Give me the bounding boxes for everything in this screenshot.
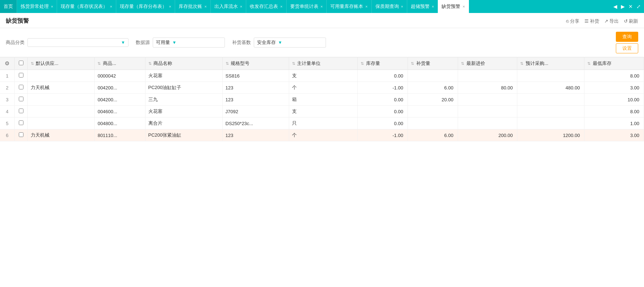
nav-tab-home[interactable]: 首页 [0,0,17,13]
nav-tab-defect-handling[interactable]: 拣货异常处理× [17,0,57,13]
cell-supplier [27,94,95,106]
cell-replenish-qty: 6.00 [408,82,458,94]
cell-estimated-purchase: 1200.00 [517,129,584,141]
replenish-basis-select[interactable]: 安全库存 ▼ [254,37,326,48]
nav-tab-available-ledger[interactable]: 可用量库存账本× [327,0,371,13]
cell-stock-qty: -1.00 [357,129,408,141]
sort-min-stock-icon: ⇅ [587,61,591,66]
row-select-checkbox[interactable] [19,73,23,78]
category-select[interactable]: ▼ [27,38,129,47]
query-button[interactable]: 查询 [616,32,638,42]
col-product-name-header[interactable]: ⇅ 商品名称 [145,57,222,70]
nav-tab-close-shortage-warn[interactable]: × [462,4,465,9]
row-select-checkbox[interactable] [19,132,23,137]
nav-tab-close-inventory-status[interactable]: × [110,4,112,9]
nav-tab-close-batch-account[interactable]: × [204,4,206,9]
nav-tab-close-overstock-warn[interactable]: × [432,4,434,9]
nav-next-button[interactable]: ▶ [619,3,627,10]
filter-actions: 查询 设置 [616,32,638,53]
table-body: 10000042火花塞SS816支0.008.002力天机械004200...P… [0,70,644,141]
filter-bar: 商品分类 ▼ 数据源 可用量 ▼ 补货基数 安全库存 ▼ 查询 设置 [0,28,644,57]
cell-min-stock: 8.00 [584,106,644,118]
datasource-label: 数据源 [136,39,150,46]
cell-latest-price: 80.00 [458,82,517,94]
nav-tab-order-stats[interactable]: 要货单统计表× [287,0,327,13]
select-all-checkbox[interactable] [19,61,23,65]
share-button[interactable]: ⎋ 分享 [566,18,579,25]
col-replenish-qty-header[interactable]: ⇅ 补货量 [408,57,458,70]
nav-tab-close-receive-summary[interactable]: × [280,4,282,9]
col-checkbox-header[interactable] [14,57,27,70]
row-checkbox[interactable] [14,70,27,82]
export-button[interactable]: ↗ 导出 [604,18,619,25]
cell-spec: J7092 [222,106,289,118]
nav-expand-button[interactable]: ⤢ [635,3,643,10]
row-checkbox[interactable] [14,106,27,118]
nav-tab-overstock-warn[interactable]: 超储预警× [407,0,438,13]
col-latest-price-header[interactable]: ⇅ 最新进价 [458,57,517,70]
nav-tab-label-defect-handling: 拣货异常处理 [21,3,49,10]
nav-bar: 首页拣货异常处理×现存量（库存状况表）×现存量（库存分布表）×库存批次账×出入库… [0,0,644,13]
row-checkbox[interactable] [14,94,27,106]
col-settings-header[interactable]: ⚙ [0,57,14,70]
cell-unit: 箱 [289,94,357,106]
nav-tab-close-defect-handling[interactable]: × [51,4,53,9]
sort-name-icon: ⇅ [148,61,152,66]
row-select-checkbox[interactable] [19,85,23,89]
page-header: 缺货预警 ⎋ 分享 ☰ 补货 ↗ 导出 ↺ 刷新 [0,13,644,28]
row-checkbox[interactable] [14,129,27,141]
cell-product-name: 离合片 [145,118,222,129]
col-estimated-purchase-header[interactable]: ⇅ 预计采购... [517,57,584,70]
nav-tab-inout-flow[interactable]: 出入库流水× [211,0,246,13]
cell-product-code: 004200... [95,82,145,94]
row-checkbox[interactable] [14,118,27,129]
col-stock-qty-header[interactable]: ⇅ 库存量 [357,57,408,70]
data-table: ⚙ ⇅ 默认供应... ⇅ 商品... ⇅ 商品名称 [0,57,644,141]
settings-button[interactable]: 设置 [616,43,638,53]
nav-tab-shortage-warn[interactable]: 缺货预警× [438,0,469,13]
col-min-stock-header[interactable]: ⇅ 最低库存 [584,57,644,70]
row-select-checkbox[interactable] [19,109,23,113]
column-settings-icon[interactable]: ⚙ [5,60,9,66]
header-actions: ⎋ 分享 ☰ 补货 ↗ 导出 ↺ 刷新 [566,18,638,25]
nav-tab-receive-summary[interactable]: 收发存汇总表× [246,0,286,13]
row-index: 6 [0,129,14,141]
col-unit-header[interactable]: ⇅ 主计量单位 [289,57,357,70]
nav-tab-close-available-ledger[interactable]: × [365,4,367,9]
nav-tab-close-expiry-query[interactable]: × [401,4,403,9]
nav-tab-label-overstock-warn: 超储预警 [411,3,430,10]
cell-spec: DS250*23c... [222,118,289,129]
nav-tab-close-inout-flow[interactable]: × [240,4,242,9]
nav-prev-button[interactable]: ◀ [612,3,619,10]
cell-stock-qty: 0.00 [357,94,408,106]
cell-replenish-qty [408,106,458,118]
row-select-checkbox[interactable] [19,97,23,101]
row-index: 5 [0,118,14,129]
datasource-select[interactable]: 可用量 ▼ [153,37,225,48]
cell-latest-price [458,94,517,106]
cell-unit: 个 [289,129,357,141]
cell-min-stock: 10.00 [584,94,644,106]
cell-estimated-purchase [517,70,584,82]
nav-tab-batch-account[interactable]: 库存批次账× [175,0,210,13]
cell-product-name: PC200张紧油缸 [145,129,222,141]
cell-product-code: 004600... [95,106,145,118]
row-checkbox[interactable] [14,82,27,94]
row-select-checkbox[interactable] [19,120,23,125]
row-index: 1 [0,70,14,82]
col-spec-header[interactable]: ⇅ 规格型号 [222,57,289,70]
nav-tab-inventory-status[interactable]: 现存量（库存状况表）× [57,0,116,13]
col-default-supplier-header[interactable]: ⇅ 默认供应... [27,57,95,70]
nav-tab-close-order-stats[interactable]: × [321,4,323,9]
nav-tab-label-home: 首页 [4,3,13,10]
table-row: 5004800...离合片DS250*23c...只0.001.00 [0,118,644,129]
replenish-button[interactable]: ☰ 补货 [584,18,599,25]
category-dropdown-icon: ▼ [121,40,125,45]
nav-tab-close-inventory-dist[interactable]: × [169,4,171,9]
nav-tab-expiry-query[interactable]: 保质期查询× [372,0,407,13]
nav-tab-inventory-dist[interactable]: 现存量（库存分布表）× [116,0,175,13]
col-product-code-header[interactable]: ⇅ 商品... [95,57,145,70]
nav-close-button[interactable]: ✕ [627,3,635,10]
cell-estimated-purchase [517,118,584,129]
refresh-button[interactable]: ↺ 刷新 [624,18,638,25]
